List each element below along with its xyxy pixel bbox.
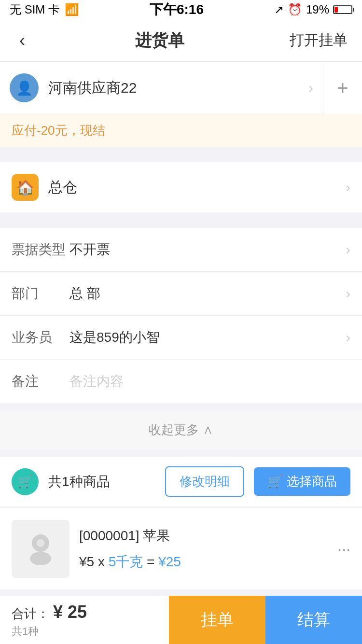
total-amount: 合计： ¥ 25 [12,602,157,622]
location-icon: ↗ [274,3,284,16]
nav-bar: ‹ 进货单 打开挂单 [0,19,362,62]
status-time: 下午6:16 [150,0,204,19]
battery-percent: 19% [306,3,329,16]
product-thumbnail [12,520,70,578]
salesperson-label: 业务员 [12,328,70,347]
form-section: 票据类型 不开票 › 部门 总 部 › 业务员 这是859的小智 › 备注 备注… [0,228,362,403]
product-title: 苹果 [143,528,170,543]
total-label: 合计： [12,605,49,622]
unit-price: ¥5 [79,554,94,569]
chevron-right-icon: › [308,80,313,96]
status-right: ↗ ⏰ 19% [274,3,352,16]
invoice-type-label: 票据类型 [12,240,70,259]
salesperson-row[interactable]: 业务员 这是859的小智 › [0,316,362,360]
open-pending-button[interactable]: 打开挂单 [290,30,348,50]
warehouse-name: 总仓 [48,178,346,197]
hang-button[interactable]: 挂单 [169,596,265,644]
status-left: 无 SIM 卡 📶 [10,2,79,17]
supplier-avatar: 👤 [10,73,39,102]
invoice-type-row[interactable]: 票据类型 不开票 › [0,228,362,272]
checkout-button[interactable]: 结算 [265,596,362,644]
total-section: 合计： ¥ 25 共1种 [0,596,169,644]
add-supplier-button[interactable]: + [323,62,362,114]
status-bar: 无 SIM 卡 📶 下午6:16 ↗ ⏰ 19% [0,0,362,19]
page-title: 进货单 [135,29,184,52]
notice-bar: 应付-20元，现结 [0,114,362,147]
product-header: 🛒 共1种商品 修改明细 🛒 选择商品 [0,457,362,506]
warehouse-icon: 🏠 [12,174,39,201]
warehouse-row[interactable]: 🏠 总仓 › [0,162,362,212]
chevron-right-icon: › [346,285,350,302]
salesperson-value: 这是859的小智 [70,328,346,347]
product-card: [0000001] 苹果 ¥5 x 5千克 = ¥25 ··· [0,508,362,589]
collapse-bar[interactable]: 收起更多 ∧ [0,411,362,449]
product-more-button[interactable]: ··· [337,540,350,558]
svg-point-1 [30,552,51,565]
product-name: [0000001] 苹果 [79,527,328,545]
department-row[interactable]: 部门 总 部 › [0,272,362,316]
total-sub-label: 共1种 [12,624,157,639]
wifi-icon: 📶 [65,3,79,16]
subtotal: ¥25 [158,554,181,569]
svg-point-2 [37,539,44,547]
equals-sign: = [147,554,158,569]
bottom-bar: 合计： ¥ 25 共1种 挂单 结算 [0,596,362,644]
notes-label: 备注 [12,372,70,391]
multiply-sign: x [98,554,109,569]
select-product-icon: 🛒 [267,474,283,489]
supplier-name: 河南供应商22 [48,78,308,98]
product-count-label: 共1种商品 [48,473,155,491]
product-price-line: ¥5 x 5千克 = ¥25 [79,553,328,571]
supplier-row[interactable]: 👤 河南供应商22 › [0,62,323,114]
notes-row[interactable]: 备注 备注内容 [0,360,362,403]
avatar-icon: 👤 [16,80,33,96]
select-product-label: 选择商品 [287,473,337,490]
product-info: [0000001] 苹果 ¥5 x 5千克 = ¥25 [79,527,328,571]
back-button[interactable]: ‹ [14,26,30,56]
department-label: 部门 [12,284,70,303]
edit-detail-button[interactable]: 修改明细 [165,466,244,497]
product-section-icon: 🛒 [12,468,39,495]
select-product-button[interactable]: 🛒 选择商品 [254,467,350,496]
carrier-label: 无 SIM 卡 [10,2,60,17]
chevron-right-icon: › [346,179,350,196]
total-value: ¥ 25 [53,602,87,622]
product-thumb-icon [21,530,60,568]
invoice-type-value: 不开票 [70,240,346,259]
battery-icon [333,5,352,14]
alarm-icon: ⏰ [288,3,302,16]
supplier-section: 👤 河南供应商22 › + [0,62,362,114]
department-value: 总 部 [70,284,346,303]
quantity: 5千克 [109,554,143,569]
chevron-right-icon: › [346,329,350,346]
product-code: [0000001] [79,528,139,543]
notes-value: 备注内容 [70,372,350,391]
chevron-right-icon: › [346,241,350,258]
